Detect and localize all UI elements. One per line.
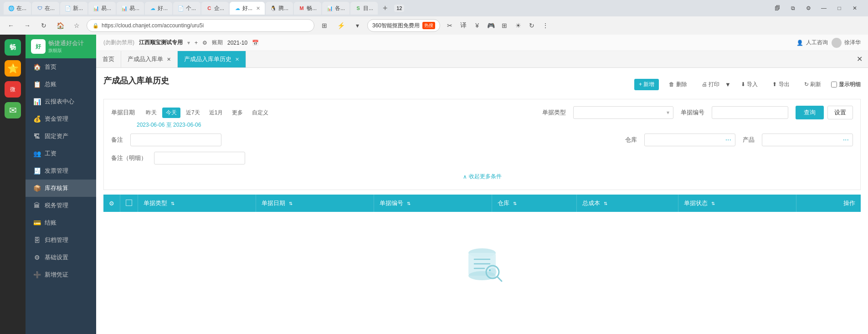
date-btn-1month[interactable]: 近1月 [205, 108, 227, 118]
dropdown-button[interactable]: ▾ [351, 19, 364, 32]
window-minimize-button[interactable]: — [818, 2, 830, 14]
reload-button[interactable]: ↻ [37, 19, 50, 32]
back-button[interactable]: ← [5, 19, 17, 32]
sidebar-item-funds[interactable]: 💰 资金管理 [26, 110, 96, 128]
doc-type-select[interactable]: ▾ [573, 106, 673, 119]
query-button[interactable]: 查询 [796, 106, 824, 119]
sidebar-item-payroll[interactable]: 👥 工资 [26, 145, 96, 162]
bookmark-button[interactable]: ☆ [70, 19, 83, 32]
col-checkbox[interactable] [120, 195, 138, 212]
warehouse-input[interactable]: ··· [644, 134, 735, 146]
lightning-button[interactable]: ⚡ [334, 19, 347, 32]
product-input[interactable]: ··· [762, 134, 853, 146]
browser-tab-7[interactable]: 📄 个... [173, 2, 200, 15]
browser-tab-4[interactable]: 📊 易... [88, 2, 116, 15]
browser-tab-10[interactable]: 🐧 腾... [266, 2, 293, 15]
window-minimize-icon[interactable]: 🗐 [771, 2, 783, 14]
extensions-button[interactable]: ⊞ [318, 19, 331, 32]
address-input[interactable]: 🔒 https://cloud.chanjet.com/accounting/u… [87, 19, 314, 32]
date-btn-custom[interactable]: 自定义 [248, 108, 272, 118]
date-btn-today[interactable]: 今天 [162, 108, 180, 118]
browser-tab-2[interactable]: 🛡 在... [32, 2, 59, 15]
app-icon-chanjet[interactable]: 畅 [5, 39, 21, 56]
page-tab-history[interactable]: 产成品入库单历史 ✕ [178, 51, 246, 67]
sidebar-item-inventory[interactable]: 📦 库存核算 [26, 180, 96, 197]
select-all-checkbox[interactable] [126, 200, 132, 206]
sidebar-item-settings[interactable]: ⚙ 基础设置 [26, 249, 96, 266]
col-doc-date[interactable]: 单据日期 ⇅ [256, 195, 374, 212]
col-doc-status[interactable]: 单据状态 ⇅ [678, 195, 796, 212]
window-close-button[interactable]: ✕ [849, 2, 861, 14]
app-icon-mail[interactable]: ✉ [5, 102, 21, 118]
date-btn-7days[interactable]: 近7天 [182, 108, 204, 118]
col-warehouse[interactable]: 仓库 ⇅ [492, 195, 577, 212]
home-button[interactable]: 🏠 [54, 19, 67, 32]
brightness-icon[interactable]: ☀ [512, 20, 524, 31]
browser-tab-11[interactable]: M 畅... [294, 2, 321, 15]
add-button[interactable]: + 新增 [634, 79, 659, 90]
nav-logo[interactable]: 好 畅捷通好会计 旗舰版 [26, 35, 96, 58]
browser-tab-6[interactable]: ☁ 好... [145, 2, 172, 15]
date-btn-more[interactable]: 更多 [228, 108, 247, 118]
app-icon-weibo[interactable]: 微 [5, 81, 21, 98]
sidebar-item-fixed-assets[interactable]: 🏗 固定资产 [26, 128, 96, 145]
customer-service-link[interactable]: 👤 人工咨询 [796, 39, 828, 46]
date-btn-yesterday[interactable]: 昨天 [142, 108, 160, 118]
show-detail-checkbox[interactable] [831, 82, 837, 87]
collapse-filter-button[interactable]: ∧ 收起更多条件 [111, 170, 853, 183]
window-restore-icon[interactable]: ⧉ [787, 2, 799, 14]
show-detail-checkbox-label[interactable]: 显示明细 [831, 81, 861, 88]
detail-note-input[interactable] [154, 152, 245, 164]
export-button[interactable]: ⬆ 导出 [768, 79, 794, 90]
sidebar-item-home[interactable]: 🏠 首页 [26, 58, 96, 76]
browser-tab-8[interactable]: C 企... [201, 2, 229, 15]
company-settings-icon[interactable]: ⚙ [202, 40, 207, 46]
browser-tab-13[interactable]: S 目... [350, 2, 378, 15]
window-settings-icon[interactable]: ⚙ [802, 2, 814, 14]
scissors-icon[interactable]: ✂ [444, 20, 456, 31]
page-tab-close-list[interactable]: ✕ [167, 57, 171, 62]
company-dropdown-icon[interactable]: ▾ [187, 40, 190, 46]
doc-number-input[interactable] [712, 106, 788, 119]
sync-icon[interactable]: ↻ [526, 20, 538, 31]
page-tab-close-history[interactable]: ✕ [235, 57, 239, 62]
apps-icon[interactable]: ⊞ [498, 20, 510, 31]
browser-tab-9[interactable]: ☁ 好... ✕ [230, 2, 265, 15]
user-avatar[interactable]: 徐泽华 [832, 38, 861, 48]
close-panel-button[interactable]: ✕ [851, 51, 868, 67]
filter-settings-button[interactable]: 设置 [827, 106, 853, 119]
import-button[interactable]: ⬇ 导入 [736, 79, 762, 90]
currency-icon[interactable]: ¥ [471, 20, 483, 31]
sidebar-item-checkout[interactable]: 💳 结账 [26, 214, 96, 231]
warehouse-dots-icon[interactable]: ··· [725, 136, 731, 144]
print-dropdown-arrow[interactable]: ▼ [725, 81, 731, 88]
sidebar-item-general-ledger[interactable]: 📋 总账 [26, 76, 96, 93]
add-company-button[interactable]: + [195, 40, 198, 46]
note-input[interactable] [130, 134, 221, 146]
sidebar-item-new-voucher[interactable]: ➕ 新增凭证 [26, 266, 96, 283]
calendar-icon[interactable]: 📅 [252, 40, 259, 46]
search-bar[interactable]: 360智能抠图免费用 热搜 [367, 19, 440, 32]
sidebar-item-archive[interactable]: 🗄 归档管理 [26, 231, 96, 249]
forward-button[interactable]: → [21, 19, 34, 32]
sidebar-item-reports[interactable]: 📊 云报表中心 [26, 93, 96, 110]
col-total-cost[interactable]: 总成本 ⇅ [577, 195, 678, 212]
window-maximize-button[interactable]: □ [833, 2, 845, 14]
print-button[interactable]: 🖨 打印 [697, 79, 724, 90]
print-dropdown[interactable]: 🖨 打印 ▼ [697, 79, 731, 90]
refresh-button[interactable]: ↻ 刷新 [800, 79, 826, 90]
page-tab-list[interactable]: 产成品入库单 ✕ [121, 51, 178, 67]
new-tab-button[interactable]: + [379, 2, 391, 15]
browser-tab-1[interactable]: 🌐 在... [4, 2, 31, 15]
sidebar-item-tax[interactable]: 🏛 税务管理 [26, 197, 96, 214]
game-icon[interactable]: 🎮 [485, 20, 497, 31]
tab-close-9[interactable]: ✕ [256, 5, 260, 11]
col-gear[interactable]: ⚙ [103, 195, 120, 212]
product-dots-icon[interactable]: ··· [843, 136, 849, 144]
more-menu-icon[interactable]: ⋮ [539, 20, 551, 31]
browser-tab-12[interactable]: 📊 各... [322, 2, 349, 15]
col-doc-number[interactable]: 单据编号 ⇅ [374, 195, 492, 212]
page-tab-main[interactable]: 首页 [96, 51, 121, 67]
gear-col-icon[interactable]: ⚙ [109, 200, 114, 207]
app-icon-star[interactable]: ⭐ [5, 60, 21, 77]
